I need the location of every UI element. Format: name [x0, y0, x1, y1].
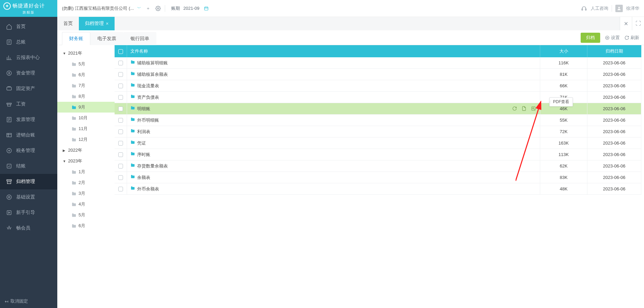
nav-vip[interactable]: 畅会员 [0, 220, 57, 236]
cell-size: 55K [540, 115, 587, 126]
nav-home[interactable]: 首页 [0, 19, 57, 34]
nav-stock[interactable]: 进销台账 [0, 127, 57, 143]
tree-year[interactable]: ▼2021年 [57, 48, 115, 59]
calendar-icon[interactable] [203, 5, 210, 12]
row-checkbox[interactable] [118, 118, 123, 123]
subtab-财务账[interactable]: 财务账 [62, 32, 90, 45]
tree-month[interactable]: 8月 [57, 91, 115, 102]
folder-icon [71, 116, 76, 121]
pdf-view-tooltip: PDF查看 [549, 97, 573, 106]
table-row[interactable]: 外币明细账55K2023-06-06 [115, 115, 641, 126]
tree-month[interactable]: 11月 [57, 123, 115, 134]
nav-invoice[interactable]: 发票管理 [0, 112, 57, 127]
cell-filename: 外币余额表 [127, 183, 540, 195]
gear-icon[interactable] [155, 5, 161, 12]
tab-close-all[interactable]: ✕ [620, 17, 632, 30]
nav-tax[interactable]: 税务管理 [0, 143, 57, 158]
row-checkbox[interactable] [118, 95, 123, 100]
row-checkbox[interactable] [118, 152, 123, 157]
row-checkbox[interactable] [118, 84, 123, 88]
consult-label[interactable]: 人工咨询 [591, 5, 608, 11]
table-row[interactable]: 外币余额表48K2023-06-06 [115, 183, 641, 195]
folder-icon [130, 163, 135, 168]
nav-close-period[interactable]: 结账 [0, 158, 57, 174]
svg-rect-13 [7, 211, 11, 215]
tree-month[interactable]: 12月 [57, 134, 115, 145]
tab-首页[interactable]: 首页 [57, 17, 79, 30]
tree-month[interactable]: 6月 [57, 220, 115, 231]
username[interactable]: 徐泽华 [626, 5, 639, 11]
row-checkbox[interactable] [118, 106, 123, 111]
tree-month[interactable]: 4月 [57, 199, 115, 210]
nav-asset[interactable]: 固定资产 [0, 81, 57, 96]
settings-action[interactable]: 设置 [605, 35, 620, 41]
table-row[interactable]: 余额表83K2023-06-06 [115, 172, 641, 183]
cell-date: 2023-06-06 [587, 57, 641, 69]
table-row[interactable]: 辅助核算明细账116K2023-06-06 [115, 57, 641, 69]
table-row[interactable]: 序时账113K2023-06-06 [115, 149, 641, 160]
nav-settings[interactable]: 基础设置 [0, 189, 57, 205]
tree-month[interactable]: 5月 [57, 210, 115, 220]
nav-chart[interactable]: 云报表中心 [0, 50, 57, 65]
sidebar-unpin[interactable]: ↤ 取消固定 [0, 295, 57, 308]
nav-label: 发票管理 [16, 117, 35, 123]
nav-label: 结账 [16, 163, 26, 169]
row-checkbox[interactable] [118, 72, 123, 77]
col-checkbox[interactable] [115, 45, 127, 57]
tree-month[interactable]: 9月 [57, 102, 115, 113]
tree-year[interactable]: ▶2022年 [57, 145, 115, 156]
company-selector[interactable]: (勿删) 江西服宝精品有限责任公司 (... [62, 5, 134, 11]
nav-archive[interactable]: 归档管理 [0, 174, 57, 189]
row-checkbox[interactable] [118, 175, 123, 180]
row-checkbox[interactable] [118, 129, 123, 134]
tree-month[interactable]: 3月 [57, 188, 115, 199]
company-caret-icon[interactable]: ﹀ [137, 5, 141, 11]
pdf-view-icon[interactable] [530, 105, 536, 112]
headset-icon[interactable] [581, 5, 587, 12]
period-value[interactable]: 2021-09 [183, 6, 200, 11]
add-icon[interactable]: ＋ [145, 5, 151, 12]
cell-date: 2023-06-06 [587, 69, 641, 80]
row-checkbox[interactable] [118, 187, 123, 191]
svg-rect-10 [7, 181, 11, 184]
folder-icon [71, 94, 76, 99]
table-row[interactable]: 凭证163K2023-06-06 [115, 137, 641, 149]
tab-fullscreen[interactable]: ⛶ [632, 17, 644, 30]
row-checkbox[interactable] [118, 61, 123, 65]
refresh-icon [624, 35, 629, 40]
nav-salary[interactable]: 工资 [0, 96, 57, 112]
divider [165, 5, 165, 12]
table-row[interactable]: 存货数量余额表62K2023-06-06 [115, 160, 641, 172]
stock-icon [6, 132, 12, 138]
table-row[interactable]: 辅助核算余额表81K2023-06-06 [115, 69, 641, 80]
table-row[interactable]: 利润表72K2023-06-06 [115, 126, 641, 137]
cell-date: 2023-06-06 [587, 92, 641, 103]
nav-label: 资金管理 [16, 70, 35, 76]
refresh-row-icon[interactable] [512, 105, 518, 112]
row-checkbox[interactable] [118, 164, 123, 168]
tax-icon [6, 148, 12, 154]
nav-guide[interactable]: 新手引导 [0, 205, 57, 220]
tree-month[interactable]: 7月 [57, 80, 115, 91]
subtab-银行回单[interactable]: 银行回单 [123, 32, 156, 45]
tree-month[interactable]: 2月 [57, 177, 115, 188]
subtab-电子发票[interactable]: 电子发票 [90, 32, 123, 45]
tab-close-icon[interactable]: × [106, 21, 109, 26]
folder-icon [130, 175, 135, 180]
row-checkbox[interactable] [118, 141, 123, 146]
tree-month[interactable]: 10月 [57, 113, 115, 123]
nav-fund[interactable]: 资金管理 [0, 65, 57, 81]
tree-month[interactable]: 5月 [57, 59, 115, 69]
pdf-download-icon[interactable] [521, 105, 527, 112]
archive-button[interactable]: 归档 [581, 33, 600, 43]
table-row[interactable]: 现金流量表66K2023-06-06 [115, 80, 641, 92]
tree-year[interactable]: ▼2023年 [57, 156, 115, 166]
svg-rect-15 [205, 7, 208, 10]
tab-归档管理[interactable]: 归档管理× [79, 17, 115, 30]
avatar[interactable] [615, 5, 623, 12]
tree-month[interactable]: 6月 [57, 69, 115, 80]
tree-month[interactable]: 1月 [57, 166, 115, 177]
refresh-action[interactable]: 刷新 [624, 35, 639, 41]
nav-label: 工资 [16, 101, 26, 107]
nav-ledger[interactable]: 总账 [0, 34, 57, 50]
